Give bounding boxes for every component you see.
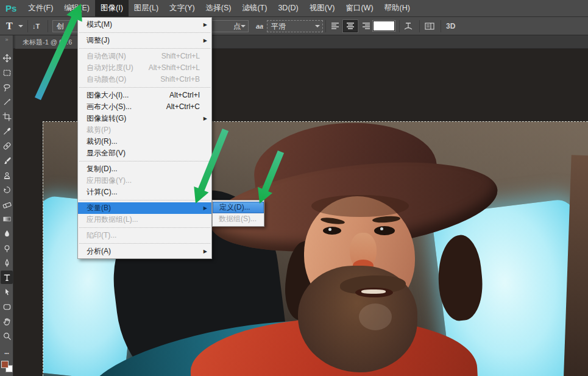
menu-separator	[79, 87, 210, 88]
menu-item[interactable]: 图像旋转(G)▶	[78, 113, 211, 124]
tool-move[interactable]	[1, 51, 13, 65]
eye-right	[374, 226, 395, 235]
eye-glint-right	[380, 227, 383, 230]
tool-rectangular-marquee[interactable]	[1, 66, 13, 79]
menubar-item-t[interactable]: 滤镜(T)	[236, 0, 272, 16]
tool-lasso[interactable]	[1, 80, 13, 94]
menu-item[interactable]: 计算(C)...	[78, 186, 211, 198]
align-right-button[interactable]	[359, 20, 374, 32]
hat-shadow	[311, 195, 409, 217]
type-tool-preset-icon[interactable]: T	[6, 21, 13, 32]
menu-item[interactable]: 自动对比度(U)Alt+Shift+Ctrl+L	[78, 62, 211, 74]
tool-eraser[interactable]	[1, 197, 13, 211]
photoshop-logo: Ps	[0, 3, 23, 13]
image-menu-dropdown: 模式(M)▶调整(J)▶自动色调(N)Shift+Ctrl+L自动对比度(U)A…	[77, 17, 212, 259]
tool-type[interactable]	[1, 271, 13, 284]
text-orientation-icon[interactable]: ↓T	[32, 17, 40, 35]
menu-item[interactable]: 画布大小(S)...Alt+Ctrl+C	[78, 101, 211, 113]
menu-item[interactable]: 分析(A)▶	[78, 246, 211, 257]
tool-dodge[interactable]	[1, 241, 13, 255]
menu-item[interactable]: 裁剪(P)	[78, 124, 211, 136]
menu-item[interactable]: 模式(M)▶	[78, 19, 211, 30]
menubar-item-i[interactable]: 图像(I)	[95, 0, 129, 16]
menu-item[interactable]: 变量(B)▶	[78, 202, 211, 214]
menubar-item-h[interactable]: 帮助(H)	[379, 0, 416, 16]
tool-preset-chevron-icon[interactable]	[18, 25, 23, 27]
anti-alias-icon: aa	[256, 17, 263, 35]
menubar-item-y[interactable]: 文字(Y)	[164, 0, 200, 16]
anti-alias-select[interactable]: 平滑	[267, 20, 323, 32]
car-pillar	[563, 155, 588, 376]
foreground-color-swatch[interactable]	[1, 361, 9, 368]
edit-toolbar-icon[interactable]: •••	[1, 346, 13, 360]
menubar-item-f[interactable]: 文件(F)	[23, 0, 58, 16]
menu-bar: Ps 文件(F)编辑(E)图像(I)图层(L)文字(Y)选择(S)滤镜(T)3D…	[0, 0, 588, 17]
menu-item[interactable]: 复制(D)...	[78, 163, 211, 175]
align-left-button[interactable]	[328, 20, 342, 32]
tool-pen[interactable]	[1, 256, 13, 269]
teeth	[361, 289, 386, 294]
tool-gradient[interactable]	[1, 212, 13, 225]
menu-separator	[79, 243, 210, 244]
menu-item[interactable]: 调整(J)▶	[78, 35, 211, 46]
menubar-item-s[interactable]: 选择(S)	[200, 0, 237, 16]
tool-path-selection[interactable]	[1, 285, 13, 299]
warp-text-icon[interactable]	[403, 17, 414, 35]
tool-shape[interactable]	[1, 300, 13, 313]
menu-item[interactable]: 自动色调(N)Shift+Ctrl+L	[78, 51, 211, 62]
menubar-item-v[interactable]: 视图(V)	[304, 0, 341, 16]
menubar-item-l[interactable]: 图层(L)	[129, 0, 164, 16]
tool-blur[interactable]	[1, 227, 13, 240]
tools-panel: » •••	[0, 35, 13, 376]
color-swatches[interactable]	[1, 361, 13, 372]
menubar-item-3dd[interactable]: 3D(D)	[272, 0, 303, 16]
variables-submenu: 定义(D)...数据组(S)...	[212, 200, 264, 227]
menu-item[interactable]: 图像大小(I)...Alt+Ctrl+I	[78, 90, 211, 101]
photoshop-window: { "menubar": { "logo": "Ps", "items": ["…	[0, 0, 588, 376]
menu-separator	[79, 227, 210, 228]
menu-item[interactable]: 数据组(S)...	[213, 213, 264, 225]
3d-button[interactable]: 3D	[446, 17, 455, 35]
eye-left	[323, 227, 341, 235]
align-center-button[interactable]	[343, 20, 358, 32]
tool-spot-healing-brush[interactable]	[1, 139, 13, 152]
tool-quick-selection[interactable]	[1, 95, 13, 108]
menu-item[interactable]: 自动颜色(O)Shift+Ctrl+B	[78, 74, 211, 85]
menu-separator	[79, 48, 210, 49]
menu-separator	[79, 32, 210, 33]
menu-item[interactable]: 显示全部(V)	[78, 147, 211, 159]
menu-item[interactable]: 裁切(R)...	[78, 136, 211, 147]
tool-history-brush[interactable]	[1, 183, 13, 196]
tool-crop[interactable]	[1, 110, 13, 123]
tool-eyedropper[interactable]	[1, 124, 13, 138]
text-color-swatch[interactable]	[373, 21, 395, 31]
menu-item[interactable]: 陷印(T)...	[78, 230, 211, 241]
document-tab[interactable]: 未标题-1 @ 60.6	[15, 35, 80, 49]
eye-glint-left	[328, 228, 331, 231]
menu-item[interactable]: 应用数据组(L)...	[78, 214, 211, 225]
menubar-item-e[interactable]: 编辑(E)	[58, 0, 95, 16]
beard-gray-patch	[359, 303, 392, 330]
tool-hand[interactable]	[1, 314, 13, 328]
toggle-panels-icon[interactable]	[424, 17, 435, 35]
menu-separator	[79, 161, 210, 161]
tool-brush[interactable]	[1, 154, 13, 167]
menu-item[interactable]: 应用图像(Y)...	[78, 175, 211, 186]
menu-separator	[79, 200, 210, 200]
collapse-panel-icon[interactable]: »	[0, 37, 13, 43]
tool-clone-stamp[interactable]	[1, 168, 13, 182]
menu-item[interactable]: 定义(D)...	[213, 202, 264, 213]
menubar-item-w[interactable]: 窗口(W)	[340, 0, 378, 16]
tool-zoom[interactable]	[1, 329, 13, 342]
